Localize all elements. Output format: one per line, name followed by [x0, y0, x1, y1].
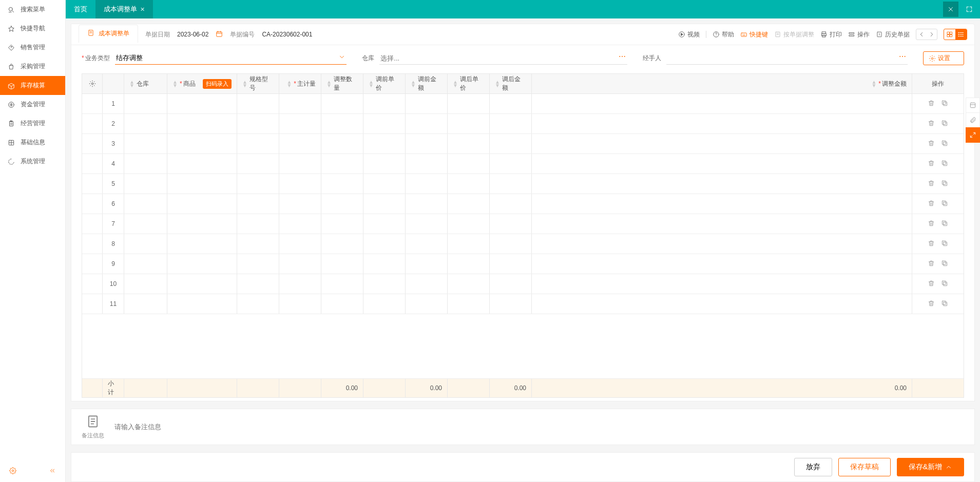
row-index: 2 — [103, 114, 124, 133]
shortcut-button[interactable]: 快捷键 — [740, 30, 768, 39]
view-grid[interactable] — [944, 29, 955, 40]
delete-icon[interactable] — [928, 220, 935, 228]
delete-icon[interactable] — [928, 120, 935, 128]
copy-icon[interactable] — [941, 160, 948, 168]
settings-button[interactable]: 设置 — [923, 51, 964, 65]
column-settings[interactable] — [82, 74, 103, 93]
delete-icon[interactable] — [928, 180, 935, 188]
float-tab-expand[interactable] — [966, 127, 980, 143]
sidebar-item-4[interactable]: 库存核算 — [0, 76, 65, 95]
view-list[interactable] — [955, 29, 967, 40]
delete-icon[interactable] — [928, 300, 935, 309]
save-new-button[interactable]: 保存&新增 — [897, 458, 964, 476]
fullscreen-button[interactable] — [962, 2, 977, 17]
float-tab-1[interactable] — [966, 98, 980, 113]
svg-rect-78 — [942, 301, 946, 304]
collapse-icon[interactable] — [49, 467, 56, 476]
save-draft-button[interactable]: 保存草稿 — [838, 458, 891, 476]
th-qty[interactable]: ▲▼调整数量 — [321, 74, 363, 93]
table-row[interactable]: 10 — [82, 274, 964, 294]
copy-icon[interactable] — [941, 220, 948, 228]
th-before-amount[interactable]: ▲▼调前金额 — [406, 74, 448, 93]
tabs-bar: 首页 成本调整单 ✕ — [66, 0, 980, 18]
table-row[interactable]: 11 — [82, 294, 964, 314]
more-icon[interactable]: ⋯ — [619, 52, 626, 61]
copy-icon[interactable] — [941, 280, 948, 288]
delete-icon[interactable] — [928, 200, 935, 208]
table-row[interactable]: 8 — [82, 234, 964, 254]
th-after-price[interactable]: ▲▼调后单价 — [448, 74, 490, 93]
print-button[interactable]: 打印 — [820, 30, 842, 39]
delete-icon[interactable] — [928, 260, 935, 268]
sidebar-item-6[interactable]: 经营管理 — [0, 114, 65, 133]
float-tab-attachment[interactable] — [966, 112, 980, 128]
scan-badge[interactable]: 扫码录入 — [203, 79, 232, 89]
copy-icon[interactable] — [941, 120, 948, 128]
next-button[interactable] — [927, 29, 937, 40]
handler-input[interactable] — [666, 52, 908, 65]
svg-rect-62 — [942, 141, 946, 144]
biz-type-input[interactable] — [115, 52, 347, 65]
svg-point-4 — [11, 46, 12, 47]
th-main-unit[interactable]: ▲▼*主计量 — [279, 74, 321, 93]
copy-icon[interactable] — [941, 300, 948, 309]
sidebar-item-3[interactable]: 采购管理 — [0, 57, 65, 76]
history-button[interactable]: 历史单据 — [876, 30, 910, 39]
calendar-icon[interactable] — [216, 30, 223, 39]
adjust-by-doc-button[interactable]: 按单据调整 — [774, 30, 814, 39]
delete-icon[interactable] — [928, 280, 935, 288]
sidebar-item-2[interactable]: 销售管理 — [0, 38, 65, 57]
doc-tab[interactable]: 成本调整单 — [79, 25, 138, 43]
prev-button[interactable] — [916, 29, 927, 40]
table-row[interactable]: 7 — [82, 214, 964, 234]
settings-icon[interactable] — [9, 467, 16, 476]
doc-header: 成本调整单 单据日期 2023-06-02 单据编号 CA-20230602-0… — [71, 24, 975, 45]
delete-icon[interactable] — [928, 160, 935, 168]
th-adjust-amount[interactable]: ▲▼*调整金额 — [532, 74, 912, 93]
th-spec[interactable]: ▲▼规格型号 — [237, 74, 279, 93]
th-product[interactable]: ▲▼*商品扫码录入 — [167, 74, 237, 93]
copy-icon[interactable] — [941, 260, 948, 268]
sidebar-item-0[interactable]: 搜索菜单 — [0, 0, 65, 19]
tab-home[interactable]: 首页 — [66, 0, 95, 18]
action-button[interactable]: 操作 — [848, 30, 870, 39]
copy-icon[interactable] — [941, 200, 948, 208]
close-icon[interactable]: ✕ — [140, 6, 145, 13]
delete-icon[interactable] — [928, 140, 935, 148]
table-row[interactable]: 2 — [82, 114, 964, 134]
money-icon — [7, 101, 15, 109]
delete-icon[interactable] — [928, 240, 935, 248]
copy-icon[interactable] — [941, 140, 948, 148]
help-button[interactable]: 帮助 — [713, 30, 734, 39]
doc-tab-title: 成本调整单 — [99, 29, 129, 38]
sidebar-item-8[interactable]: 系统管理 — [0, 152, 65, 171]
copy-icon[interactable] — [941, 240, 948, 248]
remarks-input[interactable] — [114, 423, 964, 431]
delete-icon[interactable] — [928, 100, 935, 108]
table-row[interactable]: 1 — [82, 94, 964, 114]
more-icon[interactable]: ⋯ — [899, 52, 907, 61]
table-row[interactable]: 5 — [82, 174, 964, 194]
table-row[interactable]: 4 — [82, 154, 964, 174]
th-warehouse[interactable]: ▲▼仓库 — [124, 74, 167, 93]
th-before-price[interactable]: ▲▼调前单价 — [363, 74, 406, 93]
date-value[interactable]: 2023-06-02 — [177, 31, 208, 38]
tab-cost-adjust[interactable]: 成本调整单 ✕ — [95, 0, 153, 18]
warehouse-input[interactable] — [379, 52, 627, 65]
close-all-button[interactable] — [943, 2, 958, 17]
sidebar-item-1[interactable]: 快捷导航 — [0, 19, 65, 38]
sidebar-item-label: 销售管理 — [21, 43, 45, 52]
table-row[interactable]: 6 — [82, 194, 964, 214]
sidebar-item-5[interactable]: 资金管理 — [0, 95, 65, 114]
copy-icon[interactable] — [941, 100, 948, 108]
video-button[interactable]: 视频 — [678, 30, 700, 39]
discard-button[interactable]: 放弃 — [794, 458, 832, 476]
sidebar-item-7[interactable]: 基础信息 — [0, 133, 65, 152]
table-row[interactable]: 3 — [82, 134, 964, 154]
code-value: CA-20230602-001 — [262, 31, 312, 38]
copy-icon[interactable] — [941, 180, 948, 188]
chevron-down-icon[interactable] — [338, 53, 345, 62]
table-row[interactable]: 9 — [82, 254, 964, 274]
th-after-amount[interactable]: ▲▼调后金额 — [490, 74, 532, 93]
row-index: 5 — [103, 174, 124, 194]
